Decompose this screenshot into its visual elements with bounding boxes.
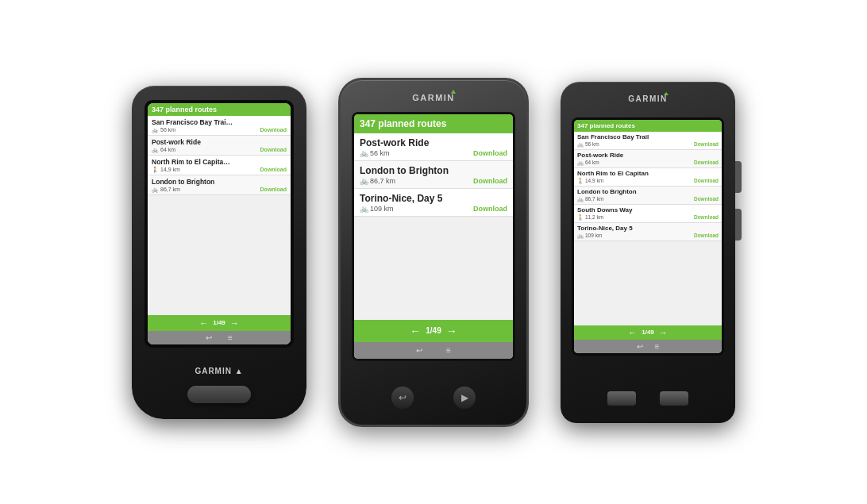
- list-item: South Downs Way 🚶 11,2 km Download: [574, 205, 722, 223]
- route-dist: 🚶 14,9 km: [577, 178, 603, 184]
- oregon-header: 347 planned routes: [148, 103, 291, 116]
- route-meta: 🚶 14,9 km Download: [152, 167, 287, 173]
- download-button[interactable]: Download: [260, 127, 287, 133]
- bike-icon: 🚲: [360, 205, 368, 213]
- menu-icon[interactable]: ≡: [446, 346, 451, 355]
- list-item: Torino-Nice, Day 5 🚲 109 km Download: [574, 223, 722, 241]
- route-name: London to Brighton: [577, 188, 719, 195]
- oregon-garmin-label: GARMIN ▲: [195, 367, 243, 375]
- edge-screen-bezel: 347 planned routes Post-work Ride 🚲 56 k…: [352, 112, 515, 361]
- edge-garmin-label: GARMIN: [412, 93, 455, 102]
- prev-button[interactable]: ←: [628, 328, 637, 337]
- oregon-screen-bezel: 347 planned routes San Francisco Bay Tra…: [144, 100, 294, 348]
- touring-bottom-icons: ↩ ≡: [574, 340, 722, 353]
- route-name: San Francisco Bay Trai…: [152, 118, 287, 126]
- list-item: Post-work Ride 🚲 64 km Download: [148, 136, 291, 156]
- list-item: Post-work Ride 🚲 64 km Download: [574, 150, 722, 168]
- download-button[interactable]: Download: [694, 178, 719, 183]
- touring-route-list: San Francisco Bay Trail 🚲 56 km Download…: [574, 132, 722, 325]
- prev-button[interactable]: ←: [199, 318, 208, 328]
- route-name: London to Brighton: [152, 178, 287, 186]
- route-meta: 🚲 86,7 km Download: [577, 196, 719, 202]
- route-dist: 🚶 11,2 km: [577, 214, 603, 221]
- route-name: Post-work Ride: [360, 137, 507, 148]
- download-button[interactable]: Download: [473, 149, 507, 157]
- back-icon[interactable]: ↩: [637, 342, 643, 351]
- download-button[interactable]: Download: [260, 187, 287, 192]
- touring-side-button[interactable]: [735, 161, 742, 193]
- next-button[interactable]: →: [659, 328, 668, 337]
- bike-icon: 🚲: [360, 177, 368, 185]
- route-meta: 🚲 86,7 km Download: [152, 187, 287, 193]
- oregon-body: 347 planned routes San Francisco Bay Tra…: [132, 86, 306, 419]
- prev-button[interactable]: ←: [410, 325, 421, 337]
- route-name: San Francisco Bay Trail: [577, 133, 719, 140]
- download-button[interactable]: Download: [694, 196, 719, 202]
- oregon-bottom-icons: ↩ ≡: [148, 331, 291, 344]
- device-edge: GARMIN 347 planned routes Post-work Ride…: [338, 78, 529, 427]
- edge-play-button[interactable]: ▶: [453, 387, 476, 409]
- back-icon[interactable]: ↩: [416, 346, 422, 355]
- next-button[interactable]: →: [230, 318, 239, 328]
- oregon-screen: 347 planned routes San Francisco Bay Tra…: [148, 103, 291, 344]
- edge-bottom-buttons: ↩ ▶: [391, 387, 476, 409]
- touring-screen-ui: 347 planned routes San Francisco Bay Tra…: [574, 120, 722, 353]
- route-meta: 🚲 109 km Download: [577, 233, 719, 239]
- oregon-nav-bar: ← 1/49 →: [148, 315, 291, 331]
- garmin-triangle-icon: [664, 92, 669, 95]
- route-name: London to Brighton: [360, 165, 507, 176]
- oregon-bottom-button[interactable]: [187, 386, 251, 403]
- download-button[interactable]: Download: [694, 233, 719, 238]
- route-dist: 🚲 86,7 km: [152, 187, 180, 193]
- download-button[interactable]: Download: [473, 177, 507, 185]
- bike-icon: 🚲: [360, 149, 368, 157]
- route-name: South Downs Way: [577, 206, 719, 214]
- route-meta: 🚲 56 km Download: [152, 127, 287, 133]
- route-dist: 🚲 86,7 km: [577, 196, 603, 202]
- route-dist: 🚲 86,7 km: [360, 177, 395, 185]
- edge-nav-bar: ← 1/49 →: [354, 320, 513, 342]
- list-item: London to Brighton 🚲 86,7 km Download: [354, 161, 513, 189]
- bike-icon: 🚲: [152, 127, 159, 133]
- route-meta: 🚲 64 km Download: [577, 160, 719, 166]
- download-button[interactable]: Download: [260, 147, 287, 152]
- download-button[interactable]: Download: [694, 160, 719, 165]
- download-button[interactable]: Download: [260, 167, 287, 172]
- touring-garmin-label: GARMIN: [628, 94, 668, 103]
- route-meta: 🚲 56 km Download: [577, 141, 719, 148]
- list-item: North Rim to El Capita… 🚶 14,9 km Downlo…: [148, 156, 291, 175]
- download-button[interactable]: Download: [694, 141, 719, 147]
- walk-icon: 🚶: [152, 167, 159, 173]
- route-name: Post-work Ride: [577, 152, 719, 159]
- route-meta: 🚲 64 km Download: [152, 147, 287, 153]
- route-dist: 🚲 109 km: [360, 205, 394, 213]
- route-dist: 🚲 64 km: [152, 147, 175, 153]
- walk-icon: 🚶: [577, 178, 584, 184]
- back-icon[interactable]: ↩: [206, 333, 212, 342]
- edge-bottom-icons: ↩ ≡: [354, 342, 513, 359]
- menu-icon[interactable]: ≡: [655, 342, 660, 351]
- route-meta: 🚶 11,2 km Download: [577, 214, 719, 221]
- touring-right-button[interactable]: [660, 391, 688, 406]
- route-dist: 🚲 56 km: [577, 141, 599, 148]
- list-item: London to Brighton 🚲 86,7 km Download: [574, 187, 722, 205]
- touring-body: GARMIN 347 planned routes San Francisco …: [561, 82, 735, 423]
- route-dist: 🚲 109 km: [577, 233, 602, 239]
- edge-route-list: Post-work Ride 🚲 56 km Download London t…: [354, 133, 513, 320]
- touring-side-button[interactable]: [735, 209, 742, 240]
- touring-header: 347 planned routes: [574, 120, 722, 132]
- download-button[interactable]: Download: [473, 205, 507, 213]
- edge-screen: 347 planned routes Post-work Ride 🚲 56 k…: [354, 114, 513, 359]
- page-indicator: 1/49: [642, 329, 654, 336]
- next-button[interactable]: →: [446, 325, 457, 337]
- edge-back-button[interactable]: ↩: [391, 387, 414, 409]
- download-button[interactable]: Download: [694, 214, 719, 220]
- oregon-screen-ui: 347 planned routes San Francisco Bay Tra…: [148, 103, 291, 344]
- menu-icon[interactable]: ≡: [228, 333, 233, 342]
- touring-left-button[interactable]: [607, 391, 636, 406]
- list-item: Post-work Ride 🚲 56 km Download: [354, 133, 513, 161]
- list-item: Torino-Nice, Day 5 🚲 109 km Download: [354, 189, 513, 217]
- edge-header: 347 planned routes: [354, 114, 513, 133]
- oregon-route-list: San Francisco Bay Trai… 🚲 56 km Download…: [148, 116, 291, 315]
- page-indicator: 1/49: [426, 326, 441, 335]
